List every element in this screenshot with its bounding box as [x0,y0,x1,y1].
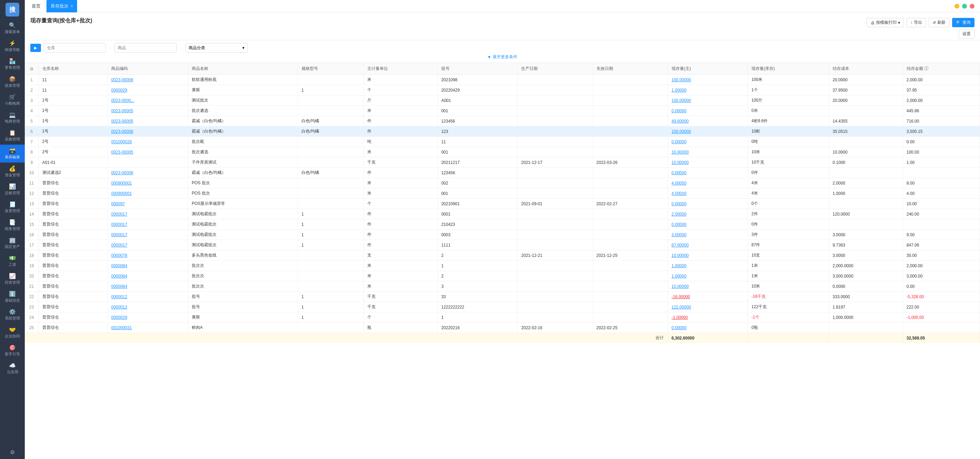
cell-product-code[interactable]: 0000017 [107,209,188,219]
sidebar-item-tax[interactable]: 📑 税务管理 [0,216,25,234]
cell-product-code[interactable]: 000097 [107,199,188,209]
table-row[interactable]: 14普普综仓0000017测试电霸批次1件00012.000002件120.00… [25,209,980,219]
cell-qty-main[interactable]: 10.00000 [668,281,748,292]
table-row[interactable]: 17普普综仓0000017测试电霸批次1件111187.0000087件9.73… [25,240,980,250]
sidebar-item-assets[interactable]: 💰 资金管理 [0,163,25,180]
sidebar-item-newbie[interactable]: 🎯 新手引导 [0,341,25,360]
refresh-button[interactable]: ↺ 刷新 [929,18,949,27]
cell-product-code[interactable]: 0023-00008 [107,126,188,137]
cell-product-code[interactable]: 0000084 [107,271,188,281]
cell-qty-main[interactable]: 1.00000 [668,261,748,271]
cell-product-code[interactable]: 0000084 [107,281,188,292]
cell-product-code[interactable]: 0000029 [107,85,188,96]
cell-qty-main[interactable]: 0.00000 [668,137,748,147]
cell-qty-main[interactable]: 10.00000 [668,147,748,157]
cell-qty-main[interactable]: 3.00000 [668,230,748,240]
cell-qty-main[interactable]: 100.00000 [668,75,748,85]
sidebar-item-cloud-app[interactable]: ☁️ 云应用 [0,360,25,378]
expand-more-button[interactable]: ▼ 展开更多条件 [487,54,518,60]
sidebar-item-small-ec[interactable]: 🛒 小鹅电商 [0,91,25,109]
table-row[interactable]: 1110023-00009软软通用粉底米2021098100.00000100米… [25,75,980,85]
sidebar-item-ops[interactable]: 📈 经营管理 [0,270,25,288]
table-row[interactable]: 16普普综仓0000017测试电霸批次1件00033.000003件3.0000… [25,230,980,240]
sidebar-item-search-menu[interactable]: 🔍 搜索菜单 [0,19,25,37]
cell-product-code[interactable]: 000900001 [107,178,188,188]
cell-product-code[interactable]: 0000017 [107,240,188,250]
table-row[interactable]: 10测试遴选20023-00008霸减（白色/均橘）白色/均橘件1234560.… [25,168,980,178]
product-input[interactable] [115,43,177,53]
cell-product-code[interactable]: 0000017 [107,219,188,230]
table-row[interactable]: 12普普综仓000900001POS 批次米0014.000004米1.0000… [25,188,980,199]
window-close-button[interactable] [970,4,975,9]
table-row[interactable]: 72号001000026批次昵吨110.000000吨0.00 [25,137,980,147]
sidebar-item-general[interactable]: 📊 总账管理 [0,180,25,198]
sidebar-item-settings[interactable]: ⚙ [0,446,25,459]
sidebar-item-sys-manage[interactable]: ⚙️ 系统管理 [0,306,25,324]
table-row[interactable]: 23普普综仓0000012批号1千克1222222222122.00000122… [25,302,980,312]
table-row[interactable]: 41号0023-00005批次遴选米0010.000000米445.86 [25,106,980,116]
window-minimize-button[interactable] [955,4,959,9]
cell-product-code[interactable]: 0000084 [107,261,188,271]
cell-qty-main[interactable]: 10.00000 [668,250,748,261]
sidebar-item-enterprise[interactable]: 🤝 企业协同 [0,324,25,341]
warehouse-input[interactable] [44,43,106,53]
table-row[interactable]: 21普普综仓0000084批次次米310.0000010米0.00000.00 [25,281,980,292]
table-row[interactable]: 2110000029禀斯1个202204291.000001个37.950037… [25,85,980,96]
sidebar-item-ec-manage[interactable]: 💻 电商管理 [0,109,25,127]
table-row[interactable]: 51号0023-00005霸减（白色/均橘）白色/均橘件12345649.600… [25,116,980,126]
table-row[interactable]: 9A01-01子件库质测试千克202112172021-12-172022-03… [25,157,980,168]
sidebar-item-inventory[interactable]: 🗃️ 库存核算 [0,145,25,163]
tab-close-icon[interactable]: × [70,4,73,9]
cell-product-code[interactable]: 001000026 [107,137,188,147]
window-maximize-button[interactable] [962,4,967,9]
cell-qty-main[interactable]: 100.00000 [668,126,748,137]
table-row[interactable]: 15普普综仓0000017测试电霸批次1件2104230.000000件 [25,219,980,230]
sidebar-item-payroll[interactable]: 💵 工资 [0,252,25,270]
filter-expand-button[interactable]: ▶ [30,44,41,52]
cell-qty-main[interactable]: 0.00000 [668,106,748,116]
table-row[interactable]: 22普普综仓0000012批号1千克33-16.00000-16千克333.00… [25,292,980,302]
search-button[interactable]: 🔍 查询 [952,18,975,27]
cell-product-code[interactable]: 000900001 [107,188,188,199]
table-row[interactable]: 11普普综仓000900001POS 批次米0024.000004米2.0000… [25,178,980,188]
cell-product-code[interactable]: 0023-0000... [107,96,188,106]
table-row[interactable]: 61号0023-00008霸减（白色/均橘）白色/均橘件123100.00000… [25,126,980,137]
sidebar-item-quick-nav[interactable]: ⚡ 快捷导航 [0,37,25,55]
cell-qty-main[interactable]: 4.00000 [668,188,748,199]
cell-product-code[interactable]: 001000031 [107,323,188,333]
cell-qty-main[interactable]: 0.00000 [668,168,748,178]
cell-qty-main[interactable]: 87.00000 [668,240,748,250]
table-row[interactable]: 18普普综仓0000078多头黑色妆线支22021-12-212021-12-2… [25,250,980,261]
cell-qty-main[interactable]: 0.00000 [668,199,748,209]
cell-qty-main[interactable]: 2.00000 [668,209,748,219]
cell-product-code[interactable]: 0000078 [107,250,188,261]
category-select[interactable]: 商品分类 ▾ [186,43,248,53]
sidebar-item-wholesale[interactable]: 📦 批发管理 [0,73,25,91]
cell-qty-main[interactable]: 1.00000 [668,271,748,281]
tab-inventory-batch[interactable]: 库存批次 × [46,0,77,13]
settings-button[interactable]: 设置 [959,29,975,38]
table-row[interactable]: 19普普综仓0000084批次次米11.000001米2,000.00002,0… [25,261,980,271]
export-button[interactable]: ↑ 导出 [907,18,926,27]
cell-product-code[interactable]: 0023-00009 [107,75,188,85]
cell-product-code[interactable]: 0023-00005 [107,106,188,116]
sidebar-item-purchase[interactable]: 📋 采购管理 [0,127,25,145]
cell-qty-main[interactable]: 49.60000 [668,116,748,126]
cell-qty-main[interactable]: 0.00000 [668,323,748,333]
cell-qty-main[interactable]: 10.00000 [668,157,748,168]
cell-product-code[interactable]: 0023-00005 [107,116,188,126]
cell-qty-main[interactable]: -1.00000 [668,312,748,323]
table-row[interactable]: 24普普综仓0000029禀斯1个1-1.00000-1个1,000.0000-… [25,312,980,323]
table-row[interactable]: 25普普综仓001000031鲜肉A瓶202202162022-02-16202… [25,323,980,333]
cell-qty-main[interactable]: 1.00000 [668,85,748,96]
table-row[interactable]: 20普普综仓0000084批次次米21.000001米3,000.00003,0… [25,271,980,281]
sidebar-item-fixed-assets[interactable]: 🏢 固定资产 [0,234,25,252]
cell-product-code[interactable]: 0000012 [107,302,188,312]
cell-product-code[interactable]: 0000017 [107,230,188,240]
cell-qty-main[interactable]: 0.00000 [668,219,748,230]
cell-qty-main[interactable]: 4.00000 [668,178,748,188]
cell-product-code[interactable]: 0023-00005 [107,147,188,157]
sidebar-item-invoice[interactable]: 🧾 发票管理 [0,198,25,216]
cell-qty-main[interactable]: -16.00000 [668,292,748,302]
cell-product-code[interactable]: 0000012 [107,292,188,302]
